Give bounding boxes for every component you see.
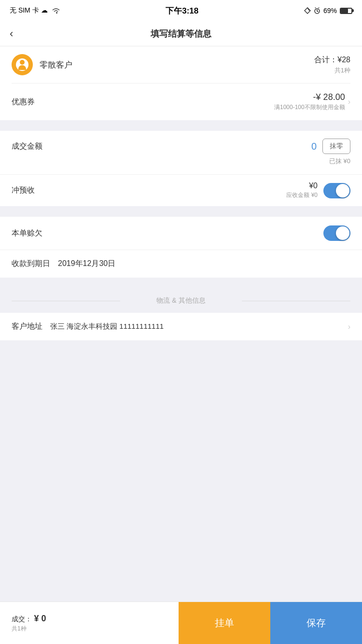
status-time: 下午3:18 bbox=[166, 5, 198, 16]
customer-row: 零散客户 合计：¥28 共1种 bbox=[0, 46, 362, 83]
debt-label: 本单赊欠 bbox=[12, 228, 42, 238]
address-label: 客户地址 bbox=[12, 322, 42, 332]
section-divider-2 bbox=[0, 212, 362, 217]
due-date-section: 收款到期日 2019年12月30日 bbox=[0, 250, 362, 278]
round-button[interactable]: 抹零 bbox=[322, 139, 350, 154]
bottom-deal-line: 成交： ¥ 0 bbox=[12, 614, 167, 624]
logistics-header: 物流 & 其他信息 bbox=[0, 288, 362, 313]
battery-icon bbox=[340, 8, 352, 14]
amount-right: 0 抹零 bbox=[311, 139, 350, 154]
bottom-deal-amount: ¥ 0 bbox=[34, 614, 46, 623]
content: 零散客户 合计：¥28 共1种 优惠券 -¥ 28.00 满1000-100不限… bbox=[0, 46, 362, 452]
section-divider-1 bbox=[0, 126, 362, 131]
prepay-row: 冲预收 ¥0 应收金额 ¥0 bbox=[12, 182, 350, 199]
address-section: 客户地址 张三 海淀永丰科技园 11111111111 › bbox=[0, 313, 362, 340]
save-button[interactable]: 保存 bbox=[270, 602, 362, 644]
no-sim-label: 无 SIM 卡 ☁ bbox=[10, 6, 48, 15]
logistics-label: 物流 & 其他信息 bbox=[156, 296, 205, 304]
amount-sub: 已抹 ¥0 bbox=[12, 157, 350, 170]
chevron-right-icon: › bbox=[348, 98, 350, 106]
location-icon bbox=[304, 7, 311, 14]
customer-left: 零散客户 bbox=[12, 54, 72, 75]
status-right: 69% bbox=[304, 7, 352, 14]
toggle-knob-2 bbox=[336, 226, 349, 240]
debt-section: 本单赊欠 收款到期日 2019年12月30日 bbox=[0, 217, 362, 278]
status-bar: 无 SIM 卡 ☁ 下午3:18 69% bbox=[0, 0, 362, 21]
section-divider-3 bbox=[0, 283, 362, 288]
page-title: 填写结算等信息 bbox=[151, 28, 211, 40]
prepay-toggle[interactable] bbox=[323, 183, 350, 198]
status-left: 无 SIM 卡 ☁ bbox=[10, 6, 60, 15]
address-row[interactable]: 客户地址 张三 海淀永丰科技园 11111111111 › bbox=[0, 313, 362, 340]
coupon-desc: 满1000-100不限制使用金额 bbox=[274, 103, 345, 112]
svg-line-3 bbox=[315, 8, 316, 9]
amount-section: 成交金额 0 抹零 已抹 ¥0 bbox=[0, 131, 362, 174]
due-date-value: 2019年12月30日 bbox=[58, 259, 115, 269]
coupon-label: 优惠券 bbox=[12, 97, 35, 107]
coupon-amount: -¥ 28.00 bbox=[274, 92, 345, 102]
avatar-icon bbox=[16, 58, 28, 71]
logistics-line-left bbox=[12, 301, 120, 301]
prepay-amount-block: ¥0 应收金额 ¥0 bbox=[286, 182, 318, 199]
customer-right: 合计：¥28 共1种 bbox=[314, 55, 350, 75]
battery-percent: 69% bbox=[323, 7, 337, 14]
debt-row: 本单赊欠 bbox=[0, 217, 362, 250]
coupon-right: -¥ 28.00 满1000-100不限制使用金额 › bbox=[274, 92, 350, 112]
logistics-line-right bbox=[242, 301, 350, 301]
customer-avatar bbox=[12, 54, 33, 75]
amount-value: 0 bbox=[311, 141, 317, 152]
prepay-amount: ¥0 bbox=[286, 182, 318, 190]
due-date-label: 收款到期日 bbox=[12, 259, 50, 269]
prepay-sub: 应收金额 ¥0 bbox=[286, 191, 318, 199]
back-button[interactable]: ‹ bbox=[6, 24, 17, 44]
prepay-section: 冲预收 ¥0 应收金额 ¥0 bbox=[0, 174, 362, 206]
total-amount: 合计：¥28 bbox=[314, 55, 350, 65]
chevron-right-icon-2: › bbox=[348, 322, 350, 331]
customer-section: 零散客户 合计：¥28 共1种 优惠券 -¥ 28.00 满1000-100不限… bbox=[0, 46, 362, 120]
toggle-knob bbox=[336, 184, 349, 197]
total-count: 共1种 bbox=[314, 66, 350, 75]
nav-bar: ‹ 填写结算等信息 bbox=[0, 21, 362, 46]
bottom-deal-label: 成交： bbox=[12, 615, 32, 623]
customer-name: 零散客户 bbox=[40, 59, 72, 70]
address-value: 张三 海淀永丰科技园 11111111111 bbox=[50, 322, 344, 331]
pending-button[interactable]: 挂单 bbox=[179, 602, 270, 644]
svg-line-2 bbox=[317, 11, 318, 12]
debt-toggle[interactable] bbox=[323, 225, 350, 241]
prepay-right: ¥0 应收金额 ¥0 bbox=[286, 182, 350, 199]
wifi-icon bbox=[52, 7, 60, 14]
svg-line-4 bbox=[319, 8, 319, 9]
amount-row: 成交金额 0 抹零 bbox=[12, 139, 350, 154]
prepay-label: 冲预收 bbox=[12, 185, 35, 196]
alarm-icon bbox=[314, 7, 320, 14]
transaction-section: 成交金额 0 抹零 已抹 ¥0 冲预收 ¥0 应收金额 ¥0 bbox=[0, 131, 362, 206]
bottom-info: 成交： ¥ 0 共1种 bbox=[0, 614, 179, 633]
amount-label: 成交金额 bbox=[12, 141, 42, 152]
bottom-count: 共1种 bbox=[12, 625, 167, 633]
coupon-row[interactable]: 优惠券 -¥ 28.00 满1000-100不限制使用金额 › bbox=[0, 84, 362, 120]
bottom-spacer bbox=[0, 346, 362, 404]
bottom-bar: 成交： ¥ 0 共1种 挂单 保存 bbox=[0, 602, 362, 644]
